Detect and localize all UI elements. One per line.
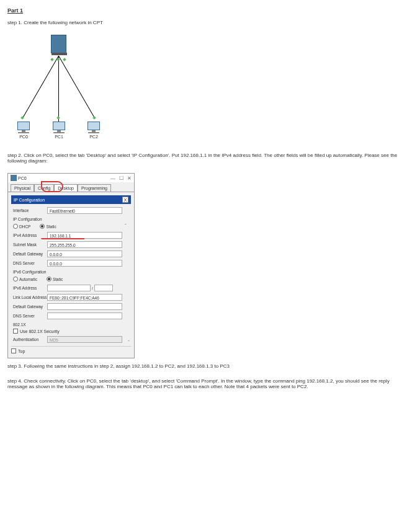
automatic-label: Automatic (19, 277, 37, 282)
scroll-up-icon[interactable]: ˆ (125, 223, 130, 228)
pc2-label: PC2 (87, 135, 101, 139)
switch-icon (51, 35, 66, 53)
radio-icon (13, 277, 18, 282)
subnet-input[interactable]: 255.255.255.0 (47, 241, 122, 248)
link-light-icon (63, 58, 66, 61)
radio-icon (13, 224, 18, 229)
link-local-input[interactable]: FE80::201:C9FF:FE4C:A46 (47, 294, 122, 301)
gateway-input[interactable]: 0.0.0.0 (47, 250, 122, 257)
part-title: Part 1 (7, 7, 405, 14)
tab-desktop[interactable]: Desktop (54, 184, 78, 192)
pc1-label: PC1 (52, 135, 66, 139)
pc1-icon: PC1 (52, 122, 66, 139)
link-local-label: Link Local Address (13, 295, 47, 299)
pc0-icon: PC0 (17, 122, 30, 139)
ip-config-label: IP Configuration (13, 215, 122, 222)
section-title: IP Configuration (14, 198, 45, 202)
auth-label: Authentication (13, 337, 47, 342)
maximize-icon[interactable]: ☐ (119, 175, 123, 181)
ipv6-prefix-input[interactable] (94, 285, 113, 291)
radio-icon (40, 224, 45, 229)
dns6-input[interactable] (47, 313, 122, 319)
tab-config[interactable]: Config (34, 184, 54, 192)
cable-line (58, 56, 94, 118)
pc0-config-window: PC0 — ☐ ✕ Physical Config Desktop Progra… (7, 173, 135, 358)
static6-label: Static (53, 277, 63, 282)
interface-label: Interface (13, 208, 47, 213)
ipv6-config-label: IPv6 Configuration (13, 268, 122, 275)
cable-line (23, 56, 59, 118)
subnet-label: Subnet Mask (13, 242, 47, 247)
annotation-underline (41, 238, 84, 239)
static6-radio[interactable]: Static (47, 277, 63, 282)
link-light-icon (50, 58, 54, 61)
window-tabs: Physical Config Desktop Programming (8, 182, 134, 192)
ipv6-label: IPv6 Address (13, 286, 47, 290)
titlebar: PC0 — ☐ ✕ (8, 174, 134, 182)
use-security-label: Use 802.1X Security (20, 329, 60, 334)
tab-physical[interactable]: Physical (11, 184, 34, 192)
scroll-down-icon[interactable]: ˇ (128, 339, 130, 345)
dhcp-label: DHCP (19, 224, 30, 229)
step-4-text: step 4. Check connectivity. Click on PC0… (7, 378, 405, 389)
static-label: Static (46, 224, 56, 229)
section-header: IP Configuration X (11, 195, 131, 204)
pc2-icon: PC2 (87, 122, 101, 139)
window-app-icon (11, 175, 17, 181)
network-diagram: PC0 PC1 PC2 (14, 35, 125, 140)
dns-label: DNS Server (13, 261, 47, 265)
ipv4-label: IPv4 Address (13, 233, 47, 237)
top-checkbox[interactable] (11, 348, 16, 353)
auth-dropdown[interactable]: MD5 (47, 336, 122, 343)
use-security-checkbox[interactable] (13, 329, 18, 334)
section-close-icon[interactable]: X (122, 197, 128, 203)
sec-label: 802.1X (13, 321, 122, 327)
window-title: PC0 (18, 176, 27, 180)
top-label: Top (18, 349, 25, 353)
step-1-text: step 1. Create the following network in … (7, 20, 405, 25)
dns6-label: DNS Server (13, 314, 47, 318)
gateway6-label: Default Gateway (13, 304, 47, 309)
link-light-icon (92, 116, 96, 120)
dhcp-radio[interactable]: DHCP (13, 224, 30, 229)
interface-dropdown[interactable]: FastEthernet0 (47, 207, 122, 214)
gateway6-input[interactable] (47, 303, 122, 310)
minimize-icon[interactable]: — (110, 175, 115, 181)
radio-icon (47, 277, 52, 282)
link-light-icon (56, 116, 60, 120)
cable-line (58, 56, 59, 123)
tab-programming[interactable]: Programming (78, 184, 111, 192)
dns-input[interactable]: 0.0.0.0 (47, 260, 122, 267)
automatic-radio[interactable]: Automatic (13, 277, 37, 282)
pc0-label: PC0 (17, 135, 30, 139)
step-2-text: step 2. Click on PC0, select the tab 'De… (7, 153, 405, 164)
ipv6-input[interactable] (47, 285, 91, 291)
step-3-text: step 3. Following the same instructions … (7, 363, 405, 369)
static-radio[interactable]: Static (40, 224, 56, 229)
close-icon[interactable]: ✕ (127, 175, 132, 181)
gateway-label: Default Gateway (13, 252, 47, 256)
config-panel: IP Configuration X ˆ Interface FastEther… (8, 192, 134, 358)
